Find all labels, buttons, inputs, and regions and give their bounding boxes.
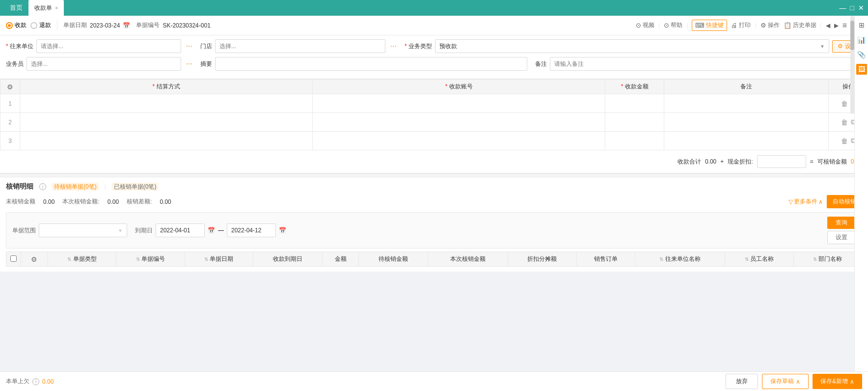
account-cell-1[interactable] bbox=[313, 94, 605, 113]
query-button[interactable]: 查询 bbox=[827, 217, 856, 229]
pending-verify-tab[interactable]: 待核销单据(0笔) bbox=[52, 183, 99, 191]
business-type-value: 预收款 bbox=[439, 42, 457, 51]
account-cell-2[interactable] bbox=[313, 113, 605, 132]
nav-next-icon[interactable]: ▶ bbox=[834, 22, 839, 29]
staff-input[interactable] bbox=[27, 57, 181, 71]
calendar-icon[interactable]: 📅 bbox=[123, 22, 130, 29]
action-operation[interactable]: ⚙ 操作 bbox=[760, 21, 780, 29]
store-more-icon[interactable]: ··· bbox=[390, 42, 397, 51]
sort-number-icon[interactable]: ⇅ bbox=[136, 256, 140, 262]
sidebar-screenshot-icon[interactable]: 🖼 bbox=[856, 64, 867, 75]
amount-cell-2[interactable] bbox=[605, 113, 664, 132]
discount-input[interactable] bbox=[757, 155, 806, 168]
staff-label: 业务员 bbox=[6, 60, 24, 68]
equals-label: = bbox=[810, 158, 814, 165]
date-to-input[interactable] bbox=[227, 223, 276, 237]
calendar-from-icon[interactable]: 📅 bbox=[208, 227, 215, 234]
verify-title: 核销明细 bbox=[6, 182, 33, 191]
action-history[interactable]: 📋 历史单据 bbox=[784, 21, 816, 29]
store-input[interactable] bbox=[215, 39, 385, 53]
range-select[interactable]: ▼ bbox=[39, 223, 127, 237]
sort-dept-icon[interactable]: ⇅ bbox=[813, 256, 817, 262]
radio-receipt[interactable]: 收款 bbox=[6, 21, 27, 29]
window-minimize-btn[interactable]: — bbox=[840, 4, 846, 12]
calendar-to-icon[interactable]: 📅 bbox=[279, 227, 286, 234]
remarks-cell-3[interactable] bbox=[664, 132, 829, 150]
verify-col-gear[interactable]: ⚙ bbox=[21, 252, 48, 267]
date-range-field: 到期日 📅 — 📅 bbox=[135, 223, 286, 237]
sidebar-table-icon[interactable]: ⊞ bbox=[856, 20, 867, 30]
action-help-label: 帮助 bbox=[671, 21, 682, 29]
delete-row-3-btn[interactable]: 🗑 bbox=[841, 137, 848, 145]
action-help[interactable]: ⊙ 帮助 bbox=[664, 21, 682, 29]
table-row: 2 🗑 ⧉ bbox=[0, 113, 868, 132]
select-all-checkbox[interactable] bbox=[10, 255, 17, 262]
account-cell-3[interactable] bbox=[313, 132, 605, 150]
discard-button[interactable]: 放弃 bbox=[726, 374, 758, 389]
date-from-input[interactable] bbox=[156, 223, 205, 237]
verify-col-date: ⇅ 单据日期 bbox=[185, 252, 253, 267]
verify-col-type: ⇅ 单据类型 bbox=[48, 252, 116, 267]
table-gear-icon[interactable]: ⚙ bbox=[7, 83, 13, 91]
staff-more-icon[interactable]: ··· bbox=[186, 59, 192, 68]
sort-date-icon[interactable]: ⇅ bbox=[204, 256, 208, 262]
amount-cell-3[interactable] bbox=[605, 132, 664, 150]
verify-table-gear-icon[interactable]: ⚙ bbox=[31, 255, 37, 263]
remarks-input[interactable] bbox=[550, 57, 862, 71]
nav-prev-icon[interactable]: ◀ bbox=[826, 22, 830, 29]
settlement-cell-2[interactable] bbox=[20, 113, 313, 132]
business-type-select[interactable]: 预收款 ▼ bbox=[435, 39, 829, 53]
scrollbar[interactable] bbox=[850, 16, 854, 114]
remarks-cell-2[interactable] bbox=[664, 113, 829, 132]
tab-home[interactable]: 首页 bbox=[4, 0, 28, 16]
delete-row-1-btn[interactable]: 🗑 bbox=[841, 100, 848, 108]
col-settings[interactable]: ⚙ bbox=[0, 80, 20, 94]
filter-row: 单据范围 ▼ 到期日 📅 — 📅 查询 设置 bbox=[6, 212, 862, 249]
action-video[interactable]: ⊙ 视频 bbox=[636, 21, 654, 29]
verify-col-staff: ⇅ 员工名称 bbox=[725, 252, 793, 267]
verified-tab[interactable]: 已核销单据(0笔) bbox=[112, 183, 159, 191]
counterpart-more-icon[interactable]: ··· bbox=[186, 42, 192, 51]
this-doc-label: 本单上欠 bbox=[6, 377, 29, 386]
window-maximize-btn[interactable]: □ bbox=[850, 4, 854, 12]
settlement-cell-3[interactable] bbox=[20, 132, 313, 150]
amount-cell-1[interactable] bbox=[605, 94, 664, 113]
layout-list-icon[interactable]: ≡ bbox=[842, 21, 847, 30]
verify-table: ⚙ ⇅ 单据类型 ⇅ 单据编号 ⇅ 单据日期 收款到期日 金 bbox=[6, 251, 862, 267]
verify-col-pending: 待核销金额 bbox=[359, 252, 428, 267]
sort-counterpart-icon[interactable]: ⇅ bbox=[659, 256, 663, 262]
window-close-btn[interactable]: ✕ bbox=[858, 4, 864, 12]
business-type-field: 业务类型 预收款 ▼ ⚙ 设置 bbox=[405, 39, 862, 53]
radio-receipt-label: 收款 bbox=[15, 21, 27, 29]
radio-refund[interactable]: 退款 bbox=[30, 21, 51, 29]
verify-col-current-label: 本次核销金额 bbox=[450, 255, 486, 262]
verify-diff-label: 核销差额: bbox=[127, 197, 152, 206]
bottom-info-icon[interactable]: i bbox=[32, 378, 39, 385]
filter-setting-button[interactable]: 设置 bbox=[827, 231, 856, 244]
sort-staff-icon[interactable]: ⇅ bbox=[745, 256, 749, 262]
video-icon: ⊙ bbox=[636, 22, 641, 29]
action-operation-label: 操作 bbox=[768, 21, 780, 29]
summary-input[interactable] bbox=[215, 57, 527, 71]
verify-info-icon[interactable]: i bbox=[39, 183, 46, 190]
counterpart-input[interactable] bbox=[36, 39, 181, 53]
more-filter-btn[interactable]: ▽ 更多条件 ∧ bbox=[788, 197, 823, 206]
tab-close-icon[interactable]: × bbox=[55, 0, 58, 16]
sidebar-attachment-icon[interactable]: 📎 bbox=[856, 49, 867, 60]
delete-row-2-btn[interactable]: 🗑 bbox=[841, 118, 848, 126]
settlement-cell-1[interactable] bbox=[20, 94, 313, 113]
verify-col-checkbox[interactable] bbox=[6, 252, 21, 267]
save-new-button[interactable]: 保存&新增 ∧ bbox=[813, 374, 862, 389]
action-print[interactable]: 🖨 打印 bbox=[731, 21, 751, 29]
counterpart-label: 往来单位 bbox=[6, 42, 33, 51]
verify-col-counterpart: ⇅ 往来单位名称 bbox=[635, 252, 725, 267]
save-draft-button[interactable]: 保存草稿 ∧ bbox=[762, 374, 809, 389]
action-shortcut[interactable]: ⌨ 快捷键 bbox=[692, 20, 727, 31]
sort-type-icon[interactable]: ⇅ bbox=[67, 256, 71, 262]
scrollbar-thumb[interactable] bbox=[850, 21, 854, 50]
tab-active[interactable]: 收款单 × bbox=[28, 0, 64, 16]
sidebar-chart-icon[interactable]: 📊 bbox=[856, 34, 867, 45]
remarks-cell-1[interactable] bbox=[664, 94, 829, 113]
pending-tab-label: 待核销单据(0笔) bbox=[52, 183, 99, 191]
filter-icon: ▽ bbox=[788, 198, 793, 205]
